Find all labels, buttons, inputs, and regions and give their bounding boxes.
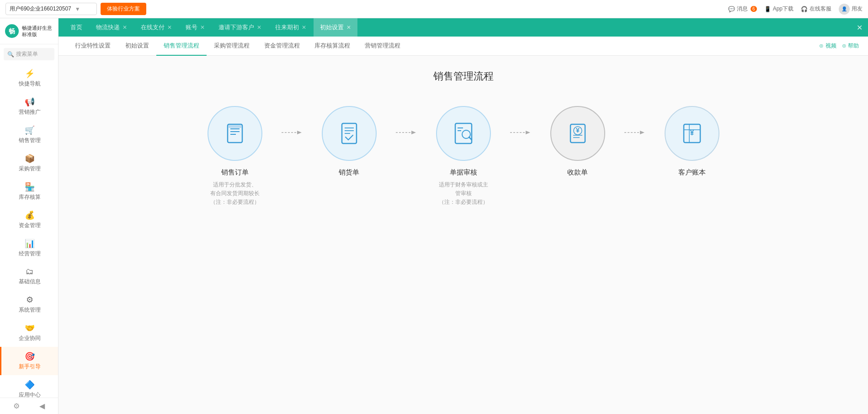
sidebar-item-finance[interactable]: 💰 资金管理 xyxy=(0,206,58,234)
user-selector[interactable]: 用户690企业1660120507 ▼ xyxy=(5,3,97,15)
collapse-button[interactable]: ◀ xyxy=(39,402,45,410)
avatar: 👤 xyxy=(839,4,850,15)
main-area: 首页 物流快递 ✕ 在线支付 ✕ 账号 ✕ 邀请下游客户 ✕ 往来期初 ✕ xyxy=(59,18,868,414)
receipt-title: 收款单 xyxy=(567,168,588,177)
sidebar-label-guide: 新手引导 xyxy=(19,363,41,371)
tab-period-close[interactable]: ✕ xyxy=(302,24,306,31)
tab-account[interactable]: 账号 ✕ xyxy=(179,18,211,37)
purchase-icon: 📦 xyxy=(25,154,35,164)
sub-tab-initial-label: 初始设置 xyxy=(125,42,149,50)
flow-node-sales-order[interactable]: 销售订单 适用于分批发货、有合同发货周期较长（注：非必要流程） xyxy=(189,106,281,207)
sidebar-item-guide[interactable]: 🎯 新手引导 xyxy=(0,347,58,375)
sub-tab-industry[interactable]: 行业特性设置 xyxy=(68,37,118,56)
tab-home[interactable]: 首页 xyxy=(64,18,89,37)
account-book-icon: ¥ xyxy=(679,121,705,146)
sub-tab-inventory-flow[interactable]: 库存核算流程 xyxy=(307,37,357,56)
sidebar-label-basic: 基础信息 xyxy=(19,278,41,286)
sub-tab-purchase-flow-label: 采购管理流程 xyxy=(214,42,250,50)
sidebar-label-sales: 销售管理 xyxy=(19,137,41,144)
tab-invite-close[interactable]: ✕ xyxy=(257,24,261,31)
tab-init[interactable]: 初始设置 ✕ xyxy=(314,18,357,37)
receipt-icon: ¥ xyxy=(565,121,591,146)
sidebar-item-marketing[interactable]: 📢 营销推广 xyxy=(0,92,58,121)
video-link[interactable]: ⊙ 视频 xyxy=(819,42,836,50)
message-badge: 6 xyxy=(751,6,757,12)
invoice-icon xyxy=(336,121,362,146)
sales-order-desc: 适用于分批发货、有合同发货周期较长（注：非必要流程） xyxy=(210,180,260,207)
sidebar-item-operations[interactable]: 📊 经营管理 xyxy=(0,234,58,262)
flow-node-invoice[interactable]: 销货单 xyxy=(304,106,395,180)
invoice-title: 销货单 xyxy=(339,168,359,177)
flow-diagram: 销售订单 适用于分批发货、有合同发货周期较长（注：非必要流程） xyxy=(77,106,850,207)
sidebar-item-basic[interactable]: 🗂 基础信息 xyxy=(0,262,58,290)
sidebar-item-quick-nav[interactable]: ⚡ 快捷导航 xyxy=(0,64,58,92)
download-icon: 📱 xyxy=(764,6,771,12)
svg-marker-21 xyxy=(526,131,530,134)
basic-icon: 🗂 xyxy=(26,267,34,276)
tab-init-close[interactable]: ✕ xyxy=(346,24,351,31)
sub-tab-initial[interactable]: 初始设置 xyxy=(118,37,156,56)
sub-tab-marketing-flow[interactable]: 营销管理流程 xyxy=(357,37,408,56)
sales-order-icon xyxy=(222,121,248,146)
sales-order-title: 销售订单 xyxy=(221,168,249,177)
tab-period[interactable]: 往来期初 ✕ xyxy=(269,18,313,37)
flow-node-approval[interactable]: 单据审核 适用于财务审核或主管审核（注：非必要流程） xyxy=(418,106,509,207)
tab-invite-label: 邀请下游客户 xyxy=(218,23,254,32)
sidebar-item-apps[interactable]: 🔷 应用中心 xyxy=(0,375,58,398)
sidebar-item-purchase[interactable]: 📦 采购管理 xyxy=(0,149,58,177)
messages-button[interactable]: 💬 消息 6 xyxy=(728,5,757,13)
tab-payment-close[interactable]: ✕ xyxy=(167,24,172,31)
sub-tab-finance-flow-label: 资金管理流程 xyxy=(264,42,300,50)
sidebar-label-operations: 经营管理 xyxy=(19,250,41,258)
tab-invite[interactable]: 邀请下游客户 ✕ xyxy=(212,18,268,37)
search-label: 搜索菜单 xyxy=(16,50,38,58)
logo-icon: 畅 xyxy=(5,24,19,38)
flow-node-account-book[interactable]: ¥ 客户账本 xyxy=(646,106,738,180)
online-service-button[interactable]: 🎧 在线客服 xyxy=(801,5,831,13)
arrow-1-icon xyxy=(281,128,304,137)
sub-tab-finance-flow[interactable]: 资金管理流程 xyxy=(257,37,307,56)
close-all-tabs[interactable]: ✕ xyxy=(857,23,863,32)
app-download-button[interactable]: 📱 App下载 xyxy=(764,5,793,13)
sub-tab-industry-label: 行业特性设置 xyxy=(75,42,111,50)
sub-tab-sales-flow[interactable]: 销售管理流程 xyxy=(156,37,207,56)
operations-icon: 📊 xyxy=(25,239,35,249)
tab-payment[interactable]: 在线支付 ✕ xyxy=(134,18,178,37)
top-bar: 用户690企业1660120507 ▼ 体验行业方案 💬 消息 6 📱 App下… xyxy=(0,0,868,18)
app-container: 畅 畅捷通好生意 标准版 🔍 搜索菜单 ⚡ 快捷导航 📢 营销推广 🛒 xyxy=(0,18,868,414)
svg-marker-8 xyxy=(297,131,302,134)
tab-logistics-close[interactable]: ✕ xyxy=(122,24,127,31)
flow-node-receipt[interactable]: ¥ 收款单 xyxy=(532,106,623,180)
tab-home-label: 首页 xyxy=(70,23,82,32)
svg-rect-6 xyxy=(229,125,241,128)
search-menu-button[interactable]: 🔍 搜索菜单 xyxy=(4,48,54,60)
sidebar-label-apps: 应用中心 xyxy=(19,391,41,398)
tab-payment-label: 在线支付 xyxy=(141,23,165,32)
sidebar-label-inventory: 库存核算 xyxy=(19,193,41,201)
approval-circle xyxy=(436,106,491,161)
tab-logistics[interactable]: 物流快递 ✕ xyxy=(90,18,133,37)
arrow-3-icon xyxy=(509,128,532,137)
tab-account-label: 账号 xyxy=(186,23,197,32)
flow-arrow-2 xyxy=(395,106,418,137)
sidebar-label-purchase: 采购管理 xyxy=(19,165,41,173)
approval-title: 单据审核 xyxy=(450,168,477,177)
sidebar-item-collab[interactable]: 🤝 企业协同 xyxy=(0,318,58,347)
user-avatar[interactable]: 👤 用友 xyxy=(839,4,863,15)
quick-nav-icon: ⚡ xyxy=(25,69,35,79)
sidebar-item-sales[interactable]: 🛒 销售管理 xyxy=(0,121,58,149)
settings-button[interactable]: ⚙ xyxy=(13,402,20,410)
user-selector-text: 用户690企业1660120507 xyxy=(10,5,71,13)
page-title: 销售管理流程 xyxy=(77,69,850,83)
system-icon: ⚙ xyxy=(26,295,33,305)
sub-tab-purchase-flow[interactable]: 采购管理流程 xyxy=(207,37,257,56)
tab-logistics-label: 物流快递 xyxy=(96,23,120,32)
sidebar-item-inventory[interactable]: 🏪 库存核算 xyxy=(0,177,58,206)
trial-button[interactable]: 体验行业方案 xyxy=(101,3,146,15)
help-link[interactable]: ⊙ 帮助 xyxy=(842,42,859,50)
account-book-title: 客户账本 xyxy=(678,168,706,177)
flow-arrow-3 xyxy=(509,106,532,137)
approval-icon xyxy=(451,121,476,146)
tab-account-close[interactable]: ✕ xyxy=(200,24,205,31)
sidebar-item-system[interactable]: ⚙ 系统管理 xyxy=(0,290,58,318)
